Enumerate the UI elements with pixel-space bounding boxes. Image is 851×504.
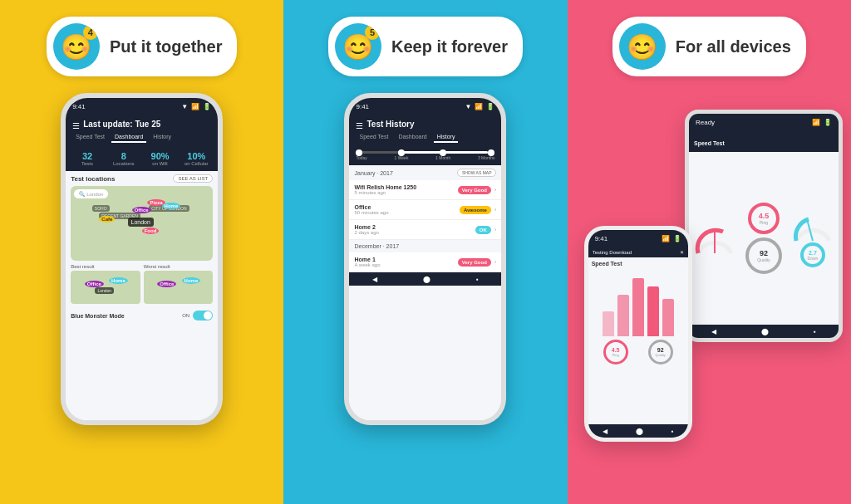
quality-metrics: 4.5 Ping 92 Quality: [745, 203, 782, 274]
tablet-nav-back[interactable]: ◀: [711, 328, 716, 335]
rating-badge-3: OK: [475, 226, 491, 234]
tab-dashboard-1[interactable]: Dashboard: [111, 132, 146, 143]
speedometer-pink: [694, 222, 735, 255]
chevron-icon-4[interactable]: ›: [494, 258, 497, 266]
map-search-box[interactable]: 🔍 London: [74, 189, 108, 198]
tab-speed-test-2[interactable]: Speed Test: [356, 132, 391, 143]
header-title-2: Test History: [366, 120, 414, 129]
avatar-yellow: 😊 4: [53, 23, 100, 70]
history-item-home1[interactable]: Home 1 A week ago Very Good ›: [349, 252, 501, 272]
best-result-map: Office Home London: [71, 271, 140, 304]
stat-cellular: 10% on Cellular: [178, 151, 214, 166]
show-map-button[interactable]: SHOW AS MAP: [457, 169, 497, 177]
small-ping-circle: 4.5 Ping: [603, 340, 628, 365]
time-1: 9:41: [72, 103, 86, 110]
quality-gauge: 92 Quality: [745, 237, 782, 274]
badge-num-2: 5: [365, 25, 380, 40]
nav-back-icon[interactable]: ◀: [372, 276, 377, 283]
badge-keep-forever: 😊 5 Keep it forever: [328, 17, 523, 76]
panel-blue: 😊 5 Keep it forever 9:41 ▼ 📶 🔋 ☰ Test Hi…: [283, 0, 567, 504]
tab-speed-test-1[interactable]: Speed Test: [72, 132, 108, 143]
stat-locations: 8 Locations: [106, 151, 142, 166]
tablet-frame: Ready 📶 🔋 Speed Test: [685, 110, 843, 342]
blue-mode-row: Blue Monster Mode ON: [66, 307, 218, 324]
small-metrics: 4.5 Ping 92 Quality: [592, 336, 685, 368]
map-section-header: Test locations SEE AS LIST: [66, 171, 218, 186]
tab-dashboard-2[interactable]: Dashboard: [395, 132, 430, 143]
small-nav-square[interactable]: ▪: [671, 428, 674, 435]
small-phone-status-bar: 9:41 📶 🔋: [588, 230, 688, 247]
panel-yellow: 😊 4 Put it together 9:41 ▼ 📶 🔋 ☰ Last up…: [0, 0, 283, 504]
download-bars: [592, 270, 685, 336]
small-nav-home[interactable]: ⬤: [636, 428, 643, 435]
app-header-1: ☰ Last update: Tue 25 Speed Test Dashboa…: [66, 115, 218, 146]
worst-result-map: Office Home: [144, 271, 214, 304]
rating-badge-2: Awesome: [460, 206, 491, 214]
tablet-nav-home[interactable]: ⬤: [761, 328, 769, 335]
stat-tests: 32 Tests: [69, 151, 106, 166]
slider-thumb-month[interactable]: [440, 149, 446, 156]
slider-track[interactable]: [356, 151, 494, 154]
month-header-dec: December · 2017: [349, 240, 501, 252]
map-dot-food: Food: [142, 228, 160, 234]
nav-home-icon[interactable]: ⬤: [423, 276, 430, 283]
tablet-nav-square[interactable]: ▪: [814, 328, 816, 335]
history-item-office[interactable]: Office 50 minutes ago Awesome ›: [349, 200, 501, 220]
date-range-slider[interactable]: Today 1 Week 1 Month 3 Months: [349, 146, 501, 165]
section-title-locations: Test locations: [71, 175, 115, 183]
phone-2: 9:41 ▼ 📶 🔋 ☰ Test History Speed Test Das…: [344, 93, 506, 425]
phone-content-2: ☰ Test History Speed Test Dashboard Hist…: [349, 115, 501, 420]
month-header-jan: January · 2017 SHOW AS MAP: [349, 165, 501, 180]
test-content: Speed Test 4.5 Ping: [588, 257, 688, 424]
map-dot-office: Office: [132, 207, 151, 213]
chevron-icon-2[interactable]: ›: [494, 206, 497, 213]
tab-history-1[interactable]: History: [150, 132, 175, 143]
slider-thumb-week[interactable]: [398, 149, 405, 156]
badge-all-devices: 😊 For all devices: [612, 17, 806, 76]
app-tabs-2: Speed Test Dashboard History: [356, 132, 494, 143]
panel-pink: 😊 For all devices Ready 📶 🔋 Speed Test: [568, 0, 851, 504]
app-header-2: ☰ Test History Speed Test Dashboard Hist…: [349, 115, 501, 146]
phone-1: 9:41 ▼ 📶 🔋 ☰ Last update: Tue 25 Speed T…: [61, 93, 223, 425]
panel-title-1: Put it together: [110, 37, 223, 56]
small-nav: ◀ ⬤ ▪: [588, 424, 688, 438]
ping-gauge: 4.5 Ping: [748, 203, 780, 234]
avatar-blue: 😊 5: [335, 23, 381, 70]
speedometer-cyan: 2.7 Down: [792, 209, 834, 267]
panel-title-3: For all devices: [676, 37, 791, 56]
map-view[interactable]: 🔍 London SOHO REGENT GARDEN CITY OF LOND…: [71, 186, 213, 261]
badge-num-1: 4: [83, 25, 98, 40]
rating-badge-1: Very Good: [458, 186, 491, 194]
small-quality-circle: 92 Quality: [648, 340, 673, 365]
history-item-home2[interactable]: Home 2 2 days ago OK ›: [349, 220, 501, 240]
blue-mode-toggle[interactable]: [193, 311, 213, 321]
tab-history-2[interactable]: History: [434, 132, 459, 143]
devices-container: Ready 📶 🔋 Speed Test: [568, 93, 851, 492]
rating-badge-4: Very Good: [458, 258, 491, 267]
header-title-1: Last update: Tue 25: [83, 120, 160, 129]
panel-title-2: Keep it forever: [391, 37, 508, 56]
best-worst-section: Best result Office Home London Worst res…: [66, 261, 218, 307]
map-dot-home: Home: [162, 203, 181, 209]
down-gauge: 2.7 Down: [800, 242, 825, 267]
dashboard-stats: 32 Tests 8 Locations 90% on Wifi 10% on …: [66, 146, 218, 171]
testing-header: Testing Download ✕: [588, 247, 688, 257]
map-dot-cafe: Cafe: [99, 216, 115, 223]
nav-bar-2: ◀ ⬤ ▪: [349, 272, 501, 286]
tablet-nav: ◀ ⬤ ▪: [689, 325, 839, 338]
app-tabs-1: Speed Test Dashboard History: [72, 132, 211, 143]
tablet-status-bar: Ready 📶 🔋: [689, 114, 839, 130]
chevron-icon-3[interactable]: ›: [494, 226, 497, 233]
avatar-pink: 😊: [619, 23, 666, 70]
see-list-button[interactable]: SEE AS LIST: [173, 174, 213, 183]
small-nav-back[interactable]: ◀: [603, 428, 608, 435]
phone-small: 9:41 📶 🔋 Testing Download ✕ Speed Test: [584, 226, 692, 442]
status-bar-1: 9:41 ▼ 📶 🔋: [66, 98, 218, 115]
chevron-icon-1[interactable]: ›: [494, 186, 497, 193]
nav-square-icon[interactable]: ▪: [476, 276, 479, 283]
phone-content-1: ☰ Last update: Tue 25 Speed Test Dashboa…: [66, 115, 218, 420]
stat-wifi: 90% on Wifi: [142, 151, 179, 166]
small-time: 9:41: [595, 235, 608, 242]
slider-thumb-3months[interactable]: [488, 149, 494, 156]
history-item-wifi-home[interactable]: Wifi Relish Home 1250 5 minutes ago Very…: [349, 180, 501, 200]
